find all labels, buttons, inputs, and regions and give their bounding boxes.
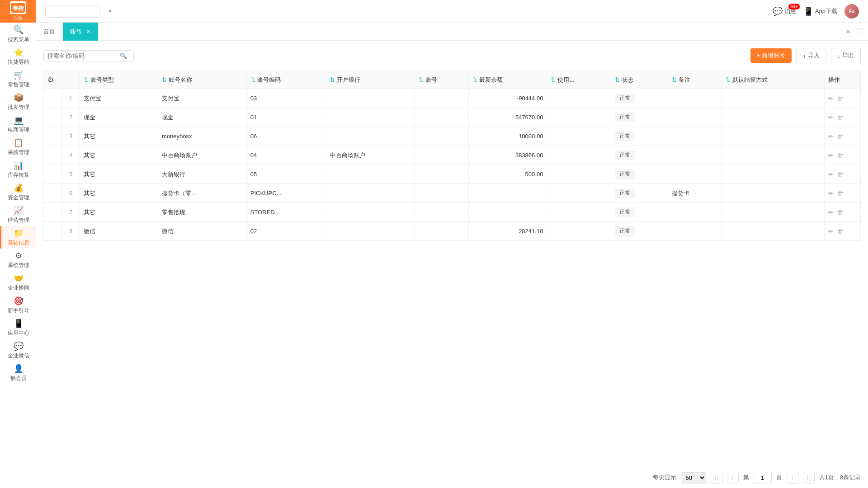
- col-balance[interactable]: ⇅最新余额: [469, 71, 547, 89]
- page-number-input[interactable]: [754, 472, 772, 483]
- row-settings-cell: [44, 146, 62, 165]
- sidebar-item-app-center[interactable]: 📱 应用中心: [0, 316, 36, 339]
- sidebar-item-ecommerce-label: 电商管理: [8, 126, 29, 134]
- export-button[interactable]: ↓ 导出: [831, 48, 861, 63]
- edit-icon[interactable]: ✏: [828, 171, 834, 178]
- tab-account-close[interactable]: ✕: [86, 28, 91, 35]
- col-status[interactable]: ⇅状态: [611, 71, 668, 89]
- sidebar-item-retail[interactable]: 🛒 零售管理: [0, 68, 36, 90]
- row-code-cell: 06: [246, 127, 326, 146]
- row-name-cell: 微信: [158, 222, 247, 241]
- page-end-label: 页: [776, 474, 782, 482]
- sidebar-item-operations[interactable]: 📈 经营管理: [0, 203, 36, 226]
- total-label: 共1页，8条记录: [819, 474, 861, 482]
- delete-icon[interactable]: 🗑: [837, 133, 844, 140]
- sidebar-item-basic[interactable]: 📁 基础信息: [0, 226, 36, 249]
- col-settlement[interactable]: ⇅默认结算方式: [722, 71, 825, 89]
- table-row: 4 其它 中百商场账户 04 中百商场账户 383866.00 正常 ✏ 🗑: [44, 146, 861, 165]
- page-next-button[interactable]: ⟩: [787, 472, 798, 483]
- page-prev-button[interactable]: ⟨: [727, 472, 739, 483]
- delete-icon[interactable]: 🗑: [837, 152, 844, 159]
- edit-icon[interactable]: ✏: [828, 228, 834, 235]
- edit-icon[interactable]: ✏: [828, 209, 834, 216]
- sidebar-item-search[interactable]: 🔍 搜索菜单: [0, 23, 36, 45]
- row-bank-cell: [326, 165, 415, 184]
- row-status-cell: 正常: [611, 127, 668, 146]
- row-type-cell: 其它: [80, 146, 158, 165]
- row-settings-cell: [44, 89, 62, 108]
- page-first-button[interactable]: ⟨⟨: [711, 472, 722, 483]
- edit-icon[interactable]: ✏: [828, 114, 834, 121]
- edit-icon[interactable]: ✏: [828, 133, 834, 140]
- row-no-cell: 1: [62, 89, 80, 108]
- sidebar-item-enterprise-wx[interactable]: 💬 企业微信: [0, 339, 36, 361]
- col-settings[interactable]: ⚙: [44, 71, 62, 89]
- table-body: 1 支付宝 支付宝 03 -90444.00 正常 ✏ 🗑 2 现金 现金 01…: [44, 89, 861, 241]
- tab-close-button[interactable]: ✕: [844, 28, 853, 35]
- sidebar-item-purchase[interactable]: 📋 采购管理: [0, 136, 36, 158]
- delete-icon[interactable]: 🗑: [837, 171, 844, 178]
- sidebar-item-member[interactable]: 👤 畅会员: [0, 361, 36, 384]
- message-badge: 99+: [788, 4, 800, 9]
- import-button[interactable]: ↑ 导入: [796, 48, 826, 63]
- row-no-cell: 3: [62, 127, 80, 146]
- top-bar: ▾ 💬 消息 99+ 📱 App下载 Ea: [36, 0, 868, 23]
- search-input[interactable]: [47, 52, 120, 59]
- top-bar-left: ▾: [45, 5, 112, 18]
- edit-icon[interactable]: ✏: [828, 152, 834, 159]
- app-download-button[interactable]: 📱 App下载: [803, 6, 837, 16]
- user-avatar[interactable]: Ea: [844, 4, 859, 19]
- col-name[interactable]: ⇅账号名称: [158, 71, 247, 89]
- row-settings-cell: [44, 108, 62, 127]
- row-status-cell: 正常: [611, 89, 668, 108]
- col-usage[interactable]: ⇅使用...: [547, 71, 611, 89]
- sidebar-item-inventory[interactable]: 📊 库存核算: [0, 158, 36, 181]
- page-size-select[interactable]: 50 100 200: [681, 472, 706, 483]
- search-box[interactable]: 🔍: [43, 50, 134, 61]
- edit-icon[interactable]: ✏: [828, 190, 834, 197]
- row-bank-cell: [326, 222, 415, 241]
- top-search-input[interactable]: [45, 5, 99, 18]
- delete-icon[interactable]: 🗑: [837, 95, 844, 102]
- enterprise-wx-nav-icon: 💬: [14, 341, 24, 351]
- sidebar-item-finance[interactable]: 💰 资金管理: [0, 181, 36, 203]
- edit-icon[interactable]: ✏: [828, 95, 834, 102]
- row-balance-cell: [469, 184, 547, 203]
- sidebar-item-enterprise[interactable]: 🤝 企业协同: [0, 271, 36, 294]
- expand-icon[interactable]: ▾: [108, 8, 112, 14]
- row-account-cell: [415, 127, 468, 146]
- delete-icon[interactable]: 🗑: [837, 190, 844, 197]
- delete-icon[interactable]: 🗑: [837, 114, 844, 121]
- sidebar-item-ecommerce[interactable]: 💻 电商管理: [0, 113, 36, 136]
- tab-account[interactable]: 账号 ✕: [63, 23, 99, 41]
- row-settlement-cell: [722, 127, 825, 146]
- col-bank[interactable]: ⇅开户银行: [326, 71, 415, 89]
- col-account[interactable]: ⇅账号: [415, 71, 468, 89]
- sidebar-item-shortcut-label: 快捷导航: [8, 58, 29, 66]
- app-center-nav-icon: 📱: [14, 319, 24, 328]
- add-account-button[interactable]: + 新增账号: [750, 48, 792, 63]
- delete-icon[interactable]: 🗑: [837, 209, 844, 216]
- row-name-cell: 支付宝: [158, 89, 247, 108]
- page-last-button[interactable]: ⟩⟩: [803, 472, 815, 483]
- sidebar-item-shortcut[interactable]: ⭐ 快捷导航: [0, 45, 36, 68]
- sidebar-item-wholesale[interactable]: 📦 批发管理: [0, 90, 36, 113]
- col-remark[interactable]: ⇅备注: [668, 71, 722, 89]
- sidebar-item-guide[interactable]: 🎯 新手引导: [0, 294, 36, 316]
- sidebar-item-system-label: 系统管理: [8, 262, 29, 269]
- sidebar-item-system[interactable]: ⚙ 系统管理: [0, 249, 36, 271]
- toolbar: 🔍 + 新增账号 ↑ 导入 ↓ 导出: [43, 48, 861, 63]
- tab-home[interactable]: 首页: [36, 23, 63, 41]
- row-action-cell: ✏ 🗑: [825, 89, 861, 108]
- row-status-cell: 正常: [611, 165, 668, 184]
- col-type[interactable]: ⇅账号类型: [80, 71, 158, 89]
- row-remark-cell: [668, 165, 722, 184]
- delete-icon[interactable]: 🗑: [837, 228, 844, 235]
- search-icon[interactable]: 🔍: [120, 52, 127, 59]
- col-code[interactable]: ⇅账号编码: [246, 71, 326, 89]
- row-code-cell: 01: [246, 108, 326, 127]
- tab-maximize-button[interactable]: ⛶: [854, 28, 864, 35]
- app-logo: 畅捷 乐版: [0, 0, 36, 23]
- row-code-cell: 02: [246, 222, 326, 241]
- message-button[interactable]: 💬 消息 99+: [773, 6, 796, 16]
